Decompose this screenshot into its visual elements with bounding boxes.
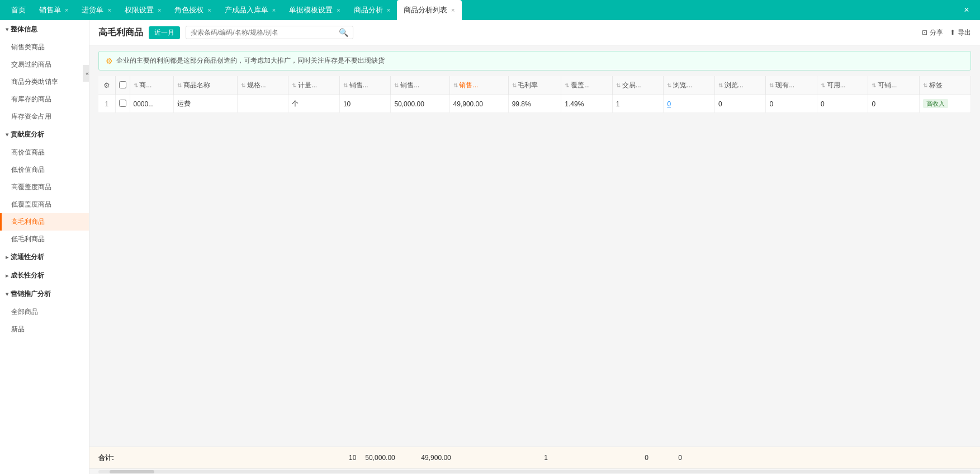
scrollbar-thumb[interactable] — [110, 470, 154, 473]
checkbox-col-header[interactable] — [115, 76, 130, 95]
row-unit: 个 — [288, 95, 340, 113]
th-browse1[interactable]: 浏览... — [664, 76, 715, 95]
sidebar-item-low-margin[interactable]: 低毛利商品 — [0, 231, 89, 248]
sidebar-item-sales-goods[interactable]: 销售类商品 — [0, 39, 89, 56]
sidebar-group-marketing: ▾ 营销推广分析 全部商品 新品 — [0, 285, 89, 338]
bottom-scrollbar[interactable] — [89, 468, 980, 474]
sidebar-item-stock-capital[interactable]: 库存资金占用 — [0, 108, 89, 125]
nav-product-analysis-close[interactable]: × — [387, 0, 390, 20]
nav-purchase-close[interactable]: × — [107, 0, 111, 20]
th-trade[interactable]: 交易... — [612, 76, 664, 95]
footer-empty4 — [472, 456, 506, 460]
top-nav-bar: 首页 销售单 × 进货单 × 权限设置 × 角色授权 × 产成品入库单 × 单据… — [0, 0, 980, 20]
sidebar-item-all-goods[interactable]: 全部商品 — [0, 303, 89, 321]
nav-purchase[interactable]: 进货单 × — [75, 0, 117, 20]
sidebar-group-marketing-title[interactable]: ▾ 营销推广分析 — [0, 285, 89, 303]
nav-sales[interactable]: 销售单 × — [32, 0, 75, 20]
row-code: 0000... — [130, 95, 174, 113]
time-filter-button[interactable]: 近一月 — [149, 26, 180, 39]
nav-permissions-close[interactable]: × — [158, 0, 161, 20]
sidebar-item-category-rate[interactable]: 商品分类助销率 — [0, 73, 89, 91]
th-browse2[interactable]: 浏览... — [714, 76, 766, 95]
nav-analysis-list[interactable]: 商品分析列表 × — [397, 0, 461, 20]
sidebar-group-overview-title[interactable]: ▾ 整体信息 — [0, 20, 89, 39]
sidebar-item-high-value[interactable]: 高价值商品 — [0, 144, 89, 161]
scrollbar-track[interactable] — [98, 470, 971, 473]
footer-empty2 — [244, 456, 311, 460]
nav-roles[interactable]: 角色授权 × — [168, 0, 217, 20]
table-row: 1 0000... 运费 个 10 50,000.00 49,900.00 99… — [98, 95, 971, 113]
footer-available-stock: 0 — [674, 452, 707, 464]
sidebar-item-low-value[interactable]: 低价值商品 — [0, 161, 89, 179]
window-close-btn[interactable]: × — [958, 0, 976, 20]
th-name[interactable]: 商品名称 — [174, 76, 238, 95]
th-sales-qty[interactable]: 销售... — [339, 76, 391, 95]
th-sellable-stock[interactable]: 可销... — [868, 76, 920, 95]
content-area: 高毛利商品 近一月 🔍 ⊡ 分享 ⬆ 导出 ⚙ 企业的主要的利润都是这部分商品创… — [89, 20, 980, 474]
settings-col-header[interactable]: ⚙ — [98, 76, 115, 95]
nav-home[interactable]: 首页 — [4, 0, 32, 20]
arrow-right-icon: ▸ — [6, 254, 8, 260]
nav-template-close[interactable]: × — [337, 0, 340, 20]
th-unit[interactable]: 计量... — [288, 76, 340, 95]
nav-production[interactable]: 产成品入库单 × — [218, 0, 282, 20]
th-available-stock[interactable]: 可用... — [817, 76, 868, 95]
sidebar: « ▾ 整体信息 销售类商品 交易过的商品 商品分类助销率 有库存的商品 库存资… — [0, 20, 89, 474]
sidebar-group-contribution-title[interactable]: ▾ 贡献度分析 — [0, 125, 89, 144]
nav-template[interactable]: 单据模板设置 × — [282, 0, 347, 20]
row-name: 运费 — [174, 95, 238, 113]
info-icon: ⚙ — [106, 57, 113, 65]
footer-label: 合计: — [98, 453, 132, 463]
sidebar-item-high-coverage[interactable]: 高覆盖度商品 — [0, 179, 89, 196]
nav-permissions[interactable]: 权限设置 × — [118, 0, 168, 20]
th-coverage[interactable]: 覆盖... — [561, 76, 613, 95]
footer-empty5 — [506, 456, 539, 460]
sidebar-group-liquidity-title[interactable]: ▸ 流通性分析 — [0, 248, 89, 266]
search-input[interactable] — [191, 29, 337, 36]
nav-analysis-list-close[interactable]: × — [451, 0, 455, 20]
export-button[interactable]: ⬆ 导出 — [950, 28, 971, 37]
sidebar-item-high-margin[interactable]: 高毛利商品 — [0, 213, 89, 231]
window-controls: × — [958, 0, 976, 20]
sidebar-group-growth-title[interactable]: ▸ 成长性分析 — [0, 266, 89, 285]
row-sales-cost: 49,900.00 — [449, 95, 508, 113]
share-button[interactable]: ⊡ 分享 — [922, 28, 943, 37]
row-available-stock: 0 — [817, 95, 868, 113]
settings-icon[interactable]: ⚙ — [103, 81, 110, 90]
sidebar-group-contribution: ▾ 贡献度分析 高价值商品 低价值商品 高覆盖度商品 低覆盖度商品 高毛利商品 … — [0, 125, 89, 248]
nav-roles-close[interactable]: × — [207, 0, 211, 20]
th-sales-cost[interactable]: 销售... — [449, 76, 508, 95]
sidebar-item-traded-goods[interactable]: 交易过的商品 — [0, 56, 89, 73]
th-sales-amount[interactable]: 销售... — [391, 76, 449, 95]
row-select-checkbox[interactable] — [119, 100, 126, 107]
row-browse1[interactable]: 0 — [664, 95, 715, 113]
nav-product-analysis[interactable]: 商品分析 × — [347, 0, 397, 20]
content-header: 高毛利商品 近一月 🔍 ⊡ 分享 ⬆ 导出 — [89, 20, 980, 45]
row-gross-margin: 99.8% — [508, 95, 561, 113]
sidebar-group-liquidity: ▸ 流通性分析 — [0, 248, 89, 266]
row-checkbox[interactable] — [115, 95, 130, 113]
row-index: 1 — [98, 95, 115, 113]
arrow-down-icon-2: ▾ — [6, 132, 8, 138]
th-tag[interactable]: 标签 — [919, 76, 970, 95]
arrow-right-icon-2: ▸ — [6, 273, 8, 279]
sidebar-collapse-btn[interactable]: « — [83, 65, 89, 82]
search-box: 🔍 — [186, 26, 353, 39]
sidebar-group-growth: ▸ 成长性分析 — [0, 266, 89, 285]
sidebar-item-low-coverage[interactable]: 低覆盖度商品 — [0, 196, 89, 213]
share-icon: ⊡ — [922, 29, 927, 36]
th-spec[interactable]: 规格... — [237, 76, 288, 95]
select-all-checkbox[interactable] — [119, 81, 126, 88]
page-title: 高毛利商品 — [98, 27, 143, 39]
th-code[interactable]: 商... — [130, 76, 174, 95]
row-sales-amount: 50,000.00 — [391, 95, 449, 113]
sidebar-item-new-goods[interactable]: 新品 — [0, 321, 89, 338]
footer-trade: 1 — [539, 452, 573, 464]
footer-sales-qty: 10 — [344, 452, 361, 464]
sidebar-item-in-stock[interactable]: 有库存的商品 — [0, 91, 89, 108]
th-gross-margin[interactable]: 毛利率 — [508, 76, 561, 95]
th-current-stock[interactable]: 现有... — [766, 76, 817, 95]
nav-production-close[interactable]: × — [272, 0, 276, 20]
nav-sales-close[interactable]: × — [65, 0, 68, 20]
search-icon[interactable]: 🔍 — [339, 28, 348, 37]
